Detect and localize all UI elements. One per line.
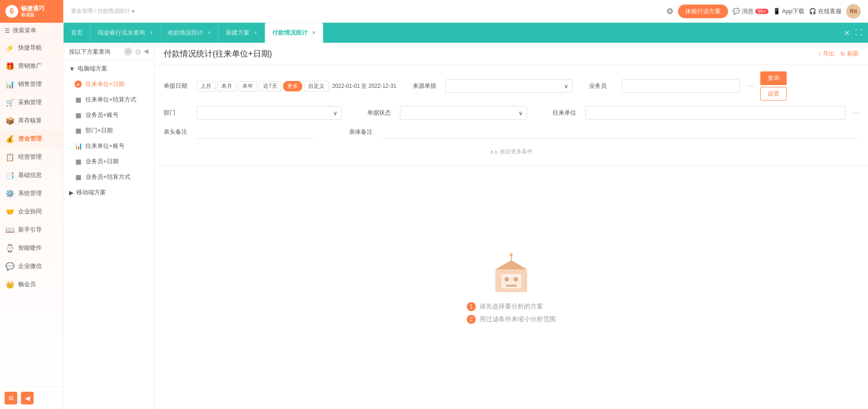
scheme-settings-btn[interactable]: ⊙ [135,47,141,56]
sidebar-item-marketing[interactable]: 🎁 营销推广 [0,57,63,75]
tab-home[interactable]: 首页 [64,23,90,43]
page-title: 付款情况统计(往来单位+日期) [164,48,818,59]
svg-marker-1 [495,260,527,269]
sidebar-item-finance[interactable]: 💰 资金管理 [0,130,63,148]
unit-more-btn[interactable]: ··· [853,109,859,117]
tab-receipt-stats[interactable]: 收款情况统计 × [160,23,219,43]
tab-payment-stats[interactable]: 付款情况统计 × [265,23,323,43]
tab-receipt-stats-close[interactable]: × [208,30,211,36]
refresh-btn[interactable]: ↻ 刷新 [840,50,859,58]
sidebar-item-purchase[interactable]: 🛒 采购管理 [0,93,63,111]
enterprise-label: 企业协同 [18,207,42,216]
tab-bank-flow[interactable]: 现金银行流水查询 × [90,23,160,43]
date-btn-last-month[interactable]: 上月 [196,81,215,91]
pc-section-collapse-icon: ▼ [69,66,75,72]
export-icon: ↑ [818,50,822,57]
wechat-icon: 💬 [5,262,15,271]
sidebar-item-wechat[interactable]: 💬 企业微信 [0,257,63,275]
sidebar-item-quick-nav[interactable]: ⚡ 快捷导航 [0,39,63,57]
header-notes-input[interactable] [196,125,314,139]
sidebar-item-operations[interactable]: 📋 经营管理 [0,148,63,166]
sidebar-item-hardware[interactable]: ⌚ 智能硬件 [0,239,63,257]
purchase-label: 采购管理 [18,98,42,106]
unit-select[interactable] [585,106,846,120]
scheme-item-dept-date[interactable]: ▦ 部门+日期 [64,123,154,138]
quick-nav-label: 快捷导航 [18,44,42,52]
scheme-item-staff-settlement[interactable]: ▦ 业务员+结算方式 [64,169,154,185]
sidebar-collapse-btn[interactable]: ◀ [21,392,34,404]
filter-settings-btn[interactable]: 设置 [760,87,787,101]
tab-bar-actions: ✕ ⛶ [838,23,868,43]
empty-text: 1 请先选择要分析的方案 2 用过滤条件来缩小分析范围 [467,302,556,324]
scheme-item-unit-settlement[interactable]: ▦ 往来单位+结算方式 [64,92,154,107]
query-btn[interactable]: 查询 [760,71,787,85]
date-btn-more[interactable]: 更多 [283,81,302,91]
system-icon: ⚙️ [5,189,15,198]
tab-fullscreen-icon[interactable]: ⛶ [855,29,863,37]
guide-label: 新手引导 [18,226,42,234]
basic-info-label: 基础信息 [18,171,42,179]
sidebar-item-member[interactable]: 👑 畅会员 [0,275,63,293]
guide-icon: 📖 [5,225,15,234]
refresh-icon: ↻ [840,50,845,57]
scheme-item-unit-date[interactable]: ● 往来单位+日期 [64,76,154,92]
scheme-add-btn[interactable]: + [124,47,132,56]
app-icon: 📱 [773,8,780,15]
sidebar-item-basic-info[interactable]: 📑 基础信息 [0,166,63,184]
scheme-panel: 按以下方案查询 + ⊙ ◀ ▼ 电脑端方案 ● 往来单位+日期 ▦ 往来单位+结… [64,43,155,409]
scheme-item-staff-account[interactable]: ▦ 业务员+账号 [64,107,154,123]
search-menu-item[interactable]: ☰ 搜索菜单 [0,23,63,39]
header-settings-icon[interactable]: ⚙ [666,6,673,16]
logo-text: 畅捷通巧 标准版 [21,5,45,18]
status-select[interactable]: ∨ [400,106,527,120]
message-btn[interactable]: 💬 消息 99+ [733,7,768,15]
source-select[interactable]: ∨ [445,79,573,93]
quick-nav-icon: ⚡ [5,43,15,52]
tab-new-scheme-close[interactable]: × [254,30,257,36]
body-notes-label: 表体备注 [349,128,374,136]
dept-select[interactable]: ∨ [196,106,342,120]
scheme-collapse-btn[interactable]: ◀ [144,47,149,56]
staff-select[interactable] [622,79,740,93]
scheme-item-icon-3: ▦ [75,127,82,134]
tab-close-all-icon[interactable]: ✕ [844,29,850,37]
logo-icon: 6 [5,5,18,18]
sidebar-item-enterprise[interactable]: 🤝 企业协同 [0,202,63,221]
breadcrumb-dropdown-icon[interactable]: ▾ [132,8,135,15]
svg-point-7 [510,253,513,256]
date-btn-custom[interactable]: 自定义 [304,81,329,91]
staff-more-btn[interactable]: ··· [747,82,753,90]
date-options: 上月 本月 本年 近7天 更多 自定义 2022-01-01 至 2022-12… [196,81,396,91]
try-industry-btn[interactable]: 体验行业方案 [678,5,728,18]
sidebar-item-guide[interactable]: 📖 新手引导 [0,221,63,239]
hardware-label: 智能硬件 [18,244,42,252]
app-download-btn[interactable]: 📱 App下载 [773,7,804,15]
date-btn-this-year[interactable]: 本年 [238,81,257,91]
date-btn-this-month[interactable]: 本月 [217,81,236,91]
tab-bank-flow-close[interactable]: × [150,30,153,36]
content-area: 按以下方案查询 + ⊙ ◀ ▼ 电脑端方案 ● 往来单位+日期 ▦ 往来单位+结… [64,43,868,409]
scheme-item-unit-account[interactable]: 📊 往来单位+账号 [64,138,154,154]
online-service-btn[interactable]: 🎧 在线客服 [809,7,842,15]
dept-label: 部门 [164,109,189,117]
dept-select-arrow: ∨ [333,110,338,116]
mobile-section-title[interactable]: ▶ 移动端方案 [64,185,154,200]
user-avatar[interactable]: Rit [846,4,861,19]
pc-section-title[interactable]: ▼ 电脑端方案 [64,61,154,76]
sidebar-settings-btn[interactable]: ⚙ [5,392,17,404]
export-btn[interactable]: ↑ 导出 [818,50,835,58]
sidebar-item-sales[interactable]: 📊 销售管理 [0,75,63,93]
sidebar-item-inventory[interactable]: 📦 库存核算 [0,111,63,130]
empty-state-illustration [484,251,539,297]
tab-new-scheme[interactable]: 新建方案 × [219,23,265,43]
sidebar-bottom: ⚙ ◀ [0,387,63,409]
collapse-filters-btn[interactable]: ∧∧ 收起更多条件 [164,144,859,159]
basic-info-icon: 📑 [5,171,15,180]
main-content: 付款情况统计(往来单位+日期) ↑ 导出 ↻ 刷新 单据日期 [155,43,868,409]
date-btn-last-7-days[interactable]: 近7天 [259,81,281,91]
scheme-panel-header: 按以下方案查询 + ⊙ ◀ [64,43,154,61]
sidebar-item-system[interactable]: ⚙️ 系统管理 [0,184,63,202]
body-notes-input[interactable] [382,125,859,139]
tab-payment-stats-close[interactable]: × [312,30,315,36]
scheme-item-staff-date[interactable]: ▦ 业务员+日期 [64,154,154,169]
